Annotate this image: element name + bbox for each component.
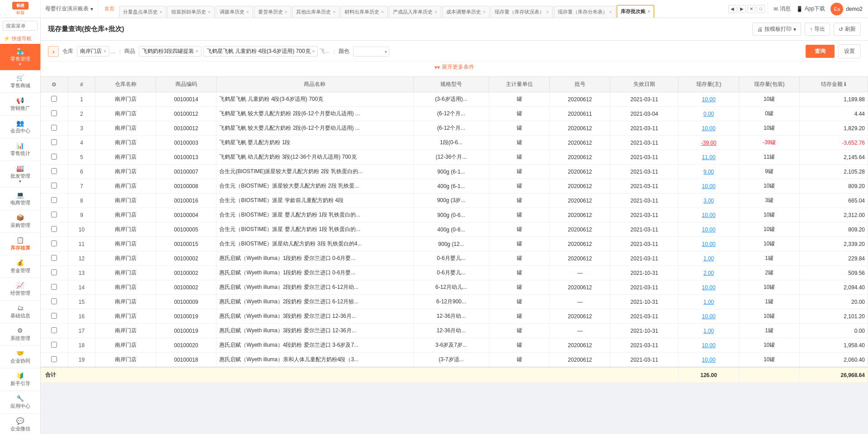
- cell-checkbox[interactable]: [41, 179, 68, 193]
- tab-close-kucun[interactable]: ×: [647, 9, 650, 14]
- query-btn[interactable]: 查询: [806, 45, 835, 58]
- cell-checkbox[interactable]: [41, 251, 68, 266]
- color-filter-select[interactable]: ▾: [353, 47, 389, 57]
- tab-zuhe[interactable]: 组装拆卸单历史×: [167, 6, 215, 18]
- app-download-btn[interactable]: 📱 App下载: [796, 5, 825, 13]
- cell-qty-main[interactable]: 10.00: [679, 179, 739, 193]
- messages-btn[interactable]: ✉ 消息: [774, 5, 791, 13]
- cell-checkbox[interactable]: [41, 121, 68, 136]
- sidebar-item-system[interactable]: ⚙ 系统管理: [0, 323, 40, 346]
- cell-checkbox[interactable]: [41, 280, 68, 295]
- cell-checkbox[interactable]: [41, 295, 68, 309]
- sidebar-item-purchase[interactable]: 📦 采购管理: [0, 210, 40, 233]
- tab-close-chengben[interactable]: ×: [483, 9, 486, 14]
- sidebar-item-operations[interactable]: 📈 经营管理: [0, 278, 40, 301]
- sidebar-item-wholesale[interactable]: 🏭 批发管理 ▼: [0, 161, 40, 188]
- sidebar-item-basics[interactable]: 🗂 基础信息: [0, 301, 40, 323]
- sidebar-item-wechat[interactable]: 💬 企业微信: [0, 414, 40, 434]
- expand-more-btn[interactable]: ▾▾ 展开更多条件: [48, 61, 861, 73]
- cell-checkbox[interactable]: [41, 237, 68, 251]
- sidebar-item-inventory[interactable]: 📋 库存核算: [0, 233, 40, 255]
- cell-qty-main[interactable]: -39.00: [679, 136, 739, 150]
- cell-qty-main[interactable]: 10.00: [679, 92, 739, 107]
- cell-qty-main[interactable]: 10.00: [679, 237, 739, 251]
- tab-close-cailiao[interactable]: ×: [381, 9, 384, 14]
- cell-qty-main[interactable]: 1.00: [679, 295, 739, 309]
- export-btn[interactable]: ↑ 导出: [805, 23, 830, 36]
- cell-qty-main[interactable]: 11.00: [679, 150, 739, 165]
- tab-chengben[interactable]: 成本调整单历史×: [442, 6, 490, 18]
- sidebar-item-ecommerce[interactable]: 💻 电商管理: [0, 188, 40, 210]
- cell-checkbox[interactable]: [41, 208, 68, 222]
- tab-cailiao[interactable]: 材料出库单历史×: [340, 6, 388, 18]
- sidebar-item-apps[interactable]: 🔧 应用中心: [0, 391, 40, 414]
- search-input[interactable]: [3, 21, 38, 31]
- sidebar-item-retail[interactable]: 🏪 零售管理 ▼: [0, 44, 40, 71]
- tab-close-qita[interactable]: ×: [333, 9, 335, 14]
- cell-qty-main[interactable]: 10.00: [679, 208, 739, 222]
- cell-qty-main[interactable]: 10.00: [679, 353, 739, 368]
- tab-close-yaohuo[interactable]: ×: [285, 9, 288, 14]
- cell-checkbox[interactable]: [41, 222, 68, 237]
- tab-prev-btn[interactable]: ◀: [728, 5, 736, 13]
- tab-close-chanchan[interactable]: ×: [434, 9, 437, 14]
- tab-qita[interactable]: 其他出库单历史×: [292, 6, 340, 18]
- tab-next-btn[interactable]: ▶: [738, 5, 746, 13]
- home-tab[interactable]: 首页: [100, 0, 119, 18]
- product-tag2-close-icon[interactable]: ×: [312, 49, 315, 54]
- cell-checkbox[interactable]: [41, 193, 68, 208]
- sidebar-item-retail-stats[interactable]: 📊 零售统计: [0, 138, 40, 161]
- cell-qty-main[interactable]: 9.00: [679, 165, 739, 179]
- cell-qty-main[interactable]: 3.00: [679, 193, 739, 208]
- cell-qty-main[interactable]: 0.00: [679, 107, 739, 121]
- product-tag1-close-icon[interactable]: ×: [196, 49, 198, 54]
- cell-qty-main[interactable]: 1.00: [679, 324, 739, 338]
- sidebar-item-collab[interactable]: 🤝 企业协同: [0, 346, 40, 368]
- tab-close-all-btn[interactable]: ✕: [747, 5, 755, 13]
- product-more-icon[interactable]: 飞...: [320, 47, 330, 55]
- cell-checkbox[interactable]: [41, 266, 68, 280]
- refresh-btn[interactable]: ↺ 刷新: [834, 23, 861, 36]
- template-print-btn[interactable]: 🖨 按模板打印 ▾: [752, 23, 801, 36]
- tab-xiancun2[interactable]: 现存量（库存分布表）×: [554, 6, 616, 18]
- cell-qty-main[interactable]: 10.00: [679, 121, 739, 136]
- cell-qty-main[interactable]: 10.00: [679, 280, 739, 295]
- tab-maximize-btn[interactable]: □: [757, 5, 765, 13]
- cell-qty-main[interactable]: 2.00: [679, 266, 739, 280]
- cell-checkbox[interactable]: [41, 150, 68, 165]
- sidebar-item-member[interactable]: 👥 会员中心: [0, 116, 40, 138]
- warehouse-more-icon[interactable]: ...: [111, 48, 116, 55]
- tab-fenpan[interactable]: 分量盘点单历史×: [119, 6, 166, 18]
- cell-qty-main[interactable]: 1.00: [679, 251, 739, 266]
- tab-xiancun1[interactable]: 现存量（库存状况表）×: [491, 6, 553, 18]
- settings-btn[interactable]: 设置: [838, 44, 861, 58]
- tab-close-diaopo[interactable]: ×: [246, 9, 249, 14]
- tab-close-xiancun2[interactable]: ×: [609, 9, 612, 14]
- quick-nav-item[interactable]: ⚡ 快捷导航: [0, 33, 40, 44]
- cell-qty-main[interactable]: 10.00: [679, 338, 739, 353]
- tab-chanchan[interactable]: 产成品入库单历史×: [389, 6, 441, 18]
- tab-diaopo[interactable]: 调拨单历史×: [216, 6, 253, 18]
- tab-yaohuo[interactable]: 要货单历史×: [254, 6, 292, 18]
- cell-checkbox[interactable]: [41, 165, 68, 179]
- cell-checkbox[interactable]: [41, 136, 68, 150]
- sidebar-item-mall[interactable]: 🛒 零售商城: [0, 71, 40, 93]
- industry-selector[interactable]: 母婴行业演示账表 ▾: [41, 0, 98, 18]
- cell-checkbox[interactable]: [41, 338, 68, 353]
- col-settings[interactable]: ⚙: [41, 77, 68, 92]
- cell-checkbox[interactable]: [41, 353, 68, 368]
- tab-close-fenpan[interactable]: ×: [160, 9, 162, 14]
- cell-qty-main[interactable]: 10.00: [679, 309, 739, 324]
- user-area[interactable]: Ea demo2: [830, 3, 863, 15]
- cell-checkbox[interactable]: [41, 324, 68, 338]
- cell-checkbox[interactable]: [41, 309, 68, 324]
- cell-checkbox[interactable]: [41, 92, 68, 107]
- filter-expand-arrow[interactable]: ›: [48, 46, 59, 57]
- sidebar-item-guide[interactable]: 🔰 新手引导: [0, 368, 40, 391]
- tab-kucun-active[interactable]: 库存批次账×: [617, 5, 654, 18]
- tab-close-zuhe[interactable]: ×: [208, 9, 211, 14]
- sidebar-item-marketing[interactable]: 📢 营销推广: [0, 93, 40, 116]
- warehouse-tag-close-icon[interactable]: ×: [104, 49, 106, 54]
- sidebar-item-finance[interactable]: 💰 资金管理: [0, 255, 40, 278]
- cell-qty-main[interactable]: 10.00: [679, 222, 739, 237]
